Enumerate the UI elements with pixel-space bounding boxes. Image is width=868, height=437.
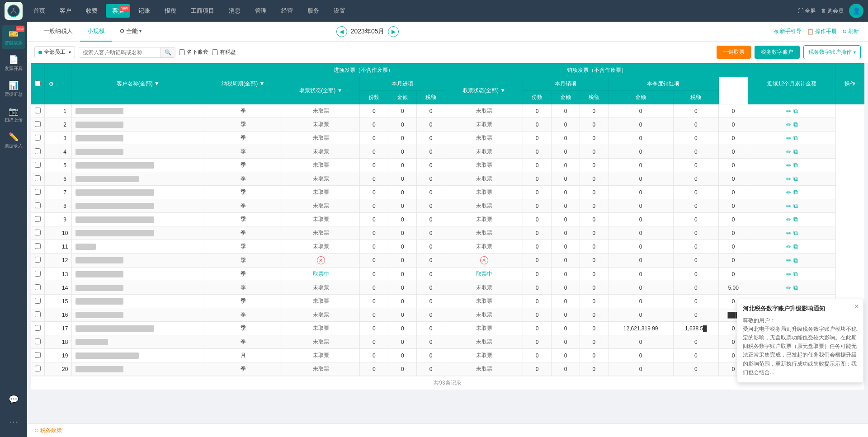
nav-settings[interactable]: 设置 <box>327 4 352 18</box>
copy-btn[interactable]: ⧉ <box>793 107 798 115</box>
row-checkbox-cell[interactable] <box>31 322 45 335</box>
row-checkbox[interactable] <box>35 366 41 371</box>
edit-btn[interactable]: ✏ <box>786 284 792 291</box>
row-checkbox-cell[interactable] <box>31 349 45 362</box>
copy-btn[interactable]: ⧉ <box>793 188 798 196</box>
user-avatar[interactable]: 👤 <box>849 4 863 18</box>
row-checkbox-cell[interactable] <box>31 186 45 199</box>
copy-btn[interactable]: ⧉ <box>793 257 798 264</box>
sidebar-item-invoice-open[interactable]: 📄 发票开具 <box>2 51 25 75</box>
copy-btn[interactable]: ⧉ <box>793 243 798 250</box>
copy-btn[interactable]: ⧉ <box>793 270 798 278</box>
nav-business[interactable]: 工商项目 <box>184 4 221 18</box>
next-month-btn[interactable]: ▶ <box>388 26 399 37</box>
one-click-ticket-btn[interactable]: 一键取票 <box>717 46 751 59</box>
row-checkbox[interactable] <box>35 148 41 154</box>
refresh-btn[interactable]: ↻ 刷新 <box>842 28 859 35</box>
tab-small-scale[interactable]: 小规模 <box>80 22 112 42</box>
edit-btn[interactable]: ✏ <box>786 243 792 250</box>
nav-home[interactable]: 首页 <box>27 4 52 18</box>
row-checkbox[interactable] <box>35 257 41 263</box>
row-checkbox-cell[interactable] <box>31 254 45 268</box>
th-out-status[interactable]: 取票状态(全部) ▼ <box>445 77 523 104</box>
edit-btn[interactable]: ✏ <box>786 108 792 115</box>
tax-policy-link[interactable]: ⊙ 税务政策 <box>34 427 62 434</box>
copy-btn[interactable]: ⧉ <box>793 148 798 155</box>
copy-btn[interactable]: ⧉ <box>793 202 798 210</box>
row-checkbox-cell[interactable] <box>31 281 45 295</box>
row-checkbox[interactable] <box>35 311 41 317</box>
sidebar-item-smart-ticket[interactable]: 🎫 智能取票 new <box>2 25 25 49</box>
row-checkbox-cell[interactable] <box>31 159 45 172</box>
copy-btn[interactable]: ⧉ <box>793 229 798 237</box>
nav-billing[interactable]: 收费 <box>80 4 104 18</box>
tab-general-taxpayer[interactable]: 一般纳税人 <box>36 22 80 42</box>
row-checkbox[interactable] <box>35 230 41 235</box>
row-checkbox-cell[interactable] <box>31 145 45 159</box>
row-checkbox-cell[interactable] <box>31 226 45 240</box>
tab-all-capable[interactable]: ♻ 全能 ▾ <box>112 22 149 42</box>
digital-account-btn[interactable]: 税务数字账户 <box>755 46 800 59</box>
fullscreen-btn[interactable]: ⛶ 全屏 <box>798 7 816 15</box>
nav-tax[interactable]: 报税 <box>158 4 183 18</box>
copy-btn[interactable]: ⧉ <box>793 284 798 291</box>
search-button[interactable]: 🔍 <box>160 47 175 57</box>
row-checkbox[interactable] <box>35 108 41 113</box>
row-checkbox-cell[interactable] <box>31 172 45 186</box>
row-checkbox[interactable] <box>35 175 41 181</box>
row-checkbox[interactable] <box>35 298 41 304</box>
row-checkbox-cell[interactable] <box>31 308 45 322</box>
nav-message[interactable]: 消息 <box>222 4 247 18</box>
ledger-checkbox-label[interactable]: 名下账套 <box>179 48 208 56</box>
nav-service[interactable]: 服务 <box>301 4 326 18</box>
row-checkbox-cell[interactable] <box>31 132 45 145</box>
nav-customer[interactable]: 客户 <box>53 4 78 18</box>
sidebar-item-more[interactable]: ⋯ <box>2 413 25 432</box>
row-checkbox[interactable] <box>35 135 41 141</box>
sidebar-item-scan-upload[interactable]: 📷 扫描上传 <box>2 103 25 127</box>
new-user-guide-btn[interactable]: ⊕ 新手引导 <box>774 28 802 35</box>
copy-btn[interactable]: ⧉ <box>793 175 798 183</box>
row-checkbox-cell[interactable] <box>31 199 45 213</box>
row-checkbox-cell[interactable] <box>31 104 45 118</box>
edit-btn[interactable]: ✏ <box>786 148 792 155</box>
notification-close-btn[interactable]: ✕ <box>854 303 859 310</box>
copy-btn[interactable]: ⧉ <box>793 121 798 128</box>
prev-month-btn[interactable]: ◀ <box>336 26 347 37</box>
row-checkbox[interactable] <box>35 271 41 277</box>
row-checkbox-cell[interactable] <box>31 362 45 376</box>
row-checkbox[interactable] <box>35 121 41 127</box>
edit-btn[interactable]: ✏ <box>786 175 792 183</box>
nav-operation[interactable]: 经营 <box>275 4 299 18</box>
employee-select[interactable]: 全部员工 ▾ <box>34 46 75 58</box>
nav-invoice[interactable]: 票据 new <box>106 4 130 18</box>
copy-btn[interactable]: ⧉ <box>793 134 798 142</box>
row-checkbox[interactable] <box>35 352 41 358</box>
row-checkbox[interactable] <box>35 162 41 168</box>
edit-btn[interactable]: ✏ <box>786 257 792 264</box>
edit-btn[interactable]: ✏ <box>786 121 792 128</box>
row-checkbox-cell[interactable] <box>31 213 45 226</box>
row-checkbox-cell[interactable] <box>31 118 45 132</box>
row-checkbox-cell[interactable] <box>31 268 45 281</box>
sidebar-item-invoice-summary[interactable]: 📊 票据汇总 <box>2 77 25 101</box>
edit-btn[interactable]: ✏ <box>786 162 792 169</box>
row-checkbox[interactable] <box>35 338 41 344</box>
ledger-checkbox[interactable] <box>179 49 185 55</box>
copy-btn[interactable]: ⧉ <box>793 216 798 223</box>
nav-accounting[interactable]: 记账 <box>132 4 156 18</box>
operation-manual-btn[interactable]: 📋 操作手册 <box>807 28 837 35</box>
row-checkbox[interactable] <box>35 189 41 195</box>
edit-btn[interactable]: ✏ <box>786 135 792 142</box>
row-checkbox[interactable] <box>35 243 41 249</box>
row-checkbox[interactable] <box>35 216 41 222</box>
th-tax-period[interactable]: 纳税周期(全部) ▼ <box>204 64 282 104</box>
row-checkbox-cell[interactable] <box>31 295 45 308</box>
row-checkbox-cell[interactable] <box>31 335 45 349</box>
edit-btn[interactable]: ✏ <box>786 230 792 237</box>
copy-btn[interactable]: ⧉ <box>793 161 798 169</box>
tax-disk-checkbox[interactable] <box>212 49 218 55</box>
row-checkbox[interactable] <box>35 325 41 331</box>
edit-btn[interactable]: ✏ <box>786 202 792 210</box>
edit-btn[interactable]: ✏ <box>786 216 792 223</box>
